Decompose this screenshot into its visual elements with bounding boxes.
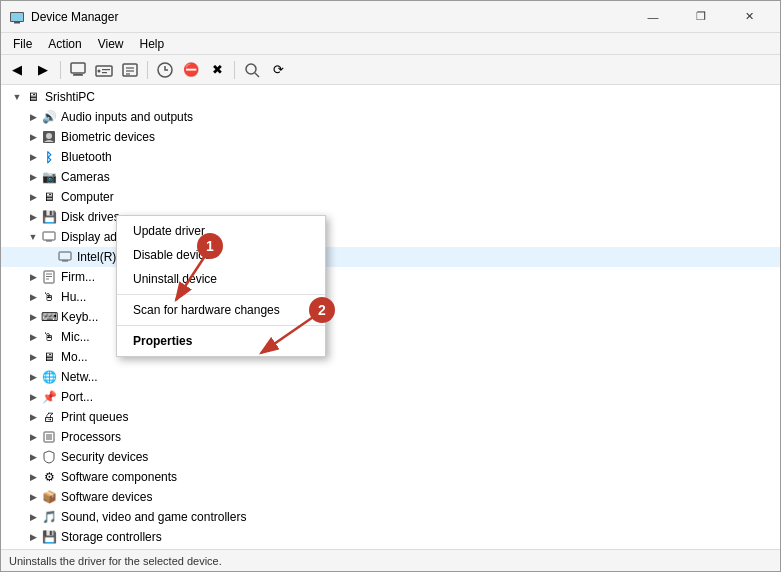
item-label: Software components [61, 470, 177, 484]
ctx-separator-1 [117, 294, 325, 295]
disk-icon: 💾 [41, 209, 57, 225]
maximize-button[interactable]: ❐ [678, 1, 724, 33]
bluetooth-item[interactable]: ▶ ᛒ Bluetooth [1, 147, 780, 167]
item-label: Print queues [61, 410, 128, 424]
mice-icon: 🖱 [41, 329, 57, 345]
firmware-icon [41, 269, 57, 285]
software-components-item[interactable]: ▶ ⚙ Software components [1, 467, 780, 487]
expand-icon[interactable]: ▼ [25, 229, 41, 245]
status-bar: Uninstalls the driver for the selected d… [1, 549, 780, 571]
svg-point-18 [46, 133, 52, 139]
close-button[interactable]: ✕ [726, 1, 772, 33]
list-item[interactable]: ▶ 🖥 System devices [1, 547, 780, 549]
list-item[interactable]: ▶ 🌐 Netw... [1, 367, 780, 387]
security-devices-item[interactable]: ▶ Security devices [1, 447, 780, 467]
expand-icon[interactable]: ▶ [25, 209, 41, 225]
ctx-disable-device[interactable]: Disable device [117, 243, 325, 267]
expand-icon[interactable]: ▶ [25, 289, 41, 305]
hid-icon: 🖱 [41, 289, 57, 305]
expand-icon[interactable]: ▶ [25, 509, 41, 525]
camera-icon: 📷 [41, 169, 57, 185]
network-icon: 🌐 [41, 369, 57, 385]
ctx-properties[interactable]: Properties [117, 329, 325, 353]
svg-point-15 [246, 64, 256, 74]
menu-action[interactable]: Action [40, 35, 89, 53]
toolbar-separator-3 [234, 61, 235, 79]
svg-rect-3 [71, 63, 85, 73]
print-icon: 🖨 [41, 409, 57, 425]
list-item[interactable]: ▶ 🔊 Audio inputs and outputs [1, 107, 780, 127]
context-menu: Update driver Disable device Uninstall d… [116, 215, 326, 357]
expand-icon[interactable]: ▶ [25, 309, 41, 325]
expand-icon[interactable]: ▶ [25, 449, 41, 465]
app-icon [9, 9, 25, 25]
ctx-update-driver[interactable]: Update driver [117, 219, 325, 243]
menu-view[interactable]: View [90, 35, 132, 53]
item-label: Biometric devices [61, 130, 155, 144]
svg-rect-1 [11, 13, 23, 21]
expand-icon[interactable]: ▶ [25, 409, 41, 425]
list-item[interactable]: ▶ 🖥 Computer [1, 187, 780, 207]
svg-rect-2 [14, 22, 20, 24]
minimize-button[interactable]: — [630, 1, 676, 33]
expand-root[interactable]: ▼ [9, 89, 25, 105]
expand-icon[interactable]: ▶ [25, 429, 41, 445]
expand-icon[interactable]: ▶ [25, 329, 41, 345]
software-comp-icon: ⚙ [41, 469, 57, 485]
expand-icon[interactable]: ▶ [25, 349, 41, 365]
status-text: Uninstalls the driver for the selected d… [9, 555, 222, 567]
list-item[interactable]: ▶ 🎵 Sound, video and game controllers [1, 507, 780, 527]
expand-icon[interactable]: ▶ [25, 169, 41, 185]
properties-btn[interactable] [118, 58, 142, 82]
list-item[interactable]: ▶ 💾 Storage controllers [1, 527, 780, 547]
computer-icon: 🖥 [41, 189, 57, 205]
expand-icon[interactable]: ▶ [25, 529, 41, 545]
expand-icon[interactable]: ▶ [25, 489, 41, 505]
ctx-uninstall-device[interactable]: Uninstall device [117, 267, 325, 291]
refresh-btn[interactable]: ⟳ [266, 58, 290, 82]
list-item[interactable]: ▶ 📌 Port... [1, 387, 780, 407]
expand-icon[interactable]: ▶ [25, 469, 41, 485]
item-label: Mo... [61, 350, 88, 364]
item-label: Mic... [61, 330, 90, 344]
item-label: Hu... [61, 290, 86, 304]
content-area: ▼ 🖥 SrishtiPC ▶ 🔊 Audio inputs and outpu… [1, 85, 780, 549]
list-item[interactable]: ▶ 📷 Cameras [1, 167, 780, 187]
svg-rect-19 [43, 232, 55, 240]
back-button[interactable]: ◀ [5, 58, 29, 82]
expand-icon[interactable]: ▶ [25, 369, 41, 385]
list-item[interactable]: ▶ Processors [1, 427, 780, 447]
window-controls: — ❐ ✕ [630, 1, 772, 33]
disable-btn[interactable]: ⛔ [179, 58, 203, 82]
list-item[interactable]: ▶ Biometric devices [1, 127, 780, 147]
processor-icon [41, 429, 57, 445]
forward-button[interactable]: ▶ [31, 58, 55, 82]
security-icon [41, 449, 57, 465]
expand-icon[interactable]: ▶ [25, 189, 41, 205]
expand-icon[interactable]: ▶ [25, 129, 41, 145]
expand-icon[interactable]: ▶ [25, 109, 41, 125]
software-devices-item[interactable]: ▶ 📦 Software devices [1, 487, 780, 507]
menu-file[interactable]: File [5, 35, 40, 53]
window-title: Device Manager [31, 10, 630, 24]
svg-rect-23 [44, 271, 54, 283]
biometric-icon [41, 129, 57, 145]
update-driver-btn[interactable] [153, 58, 177, 82]
expand-icon[interactable]: ▶ [25, 149, 41, 165]
uninstall-btn[interactable]: ✖ [205, 58, 229, 82]
item-label: Computer [61, 190, 114, 204]
item-label: Software devices [61, 490, 152, 504]
software-dev-icon: 📦 [41, 489, 57, 505]
toolbar: ◀ ▶ ⛔ ✖ ⟳ [1, 55, 780, 85]
menu-help[interactable]: Help [132, 35, 173, 53]
list-item[interactable]: ▶ 🖨 Print queues [1, 407, 780, 427]
tree-root[interactable]: ▼ 🖥 SrishtiPC [1, 87, 780, 107]
monitor-icon: 🖥 [41, 349, 57, 365]
expand-icon[interactable]: ▶ [25, 389, 41, 405]
network-btn[interactable] [92, 58, 116, 82]
ctx-scan-hardware[interactable]: Scan for hardware changes [117, 298, 325, 322]
computer-icon-btn[interactable] [66, 58, 90, 82]
scan-btn[interactable] [240, 58, 264, 82]
expand-icon[interactable] [41, 249, 57, 265]
expand-icon[interactable]: ▶ [25, 269, 41, 285]
